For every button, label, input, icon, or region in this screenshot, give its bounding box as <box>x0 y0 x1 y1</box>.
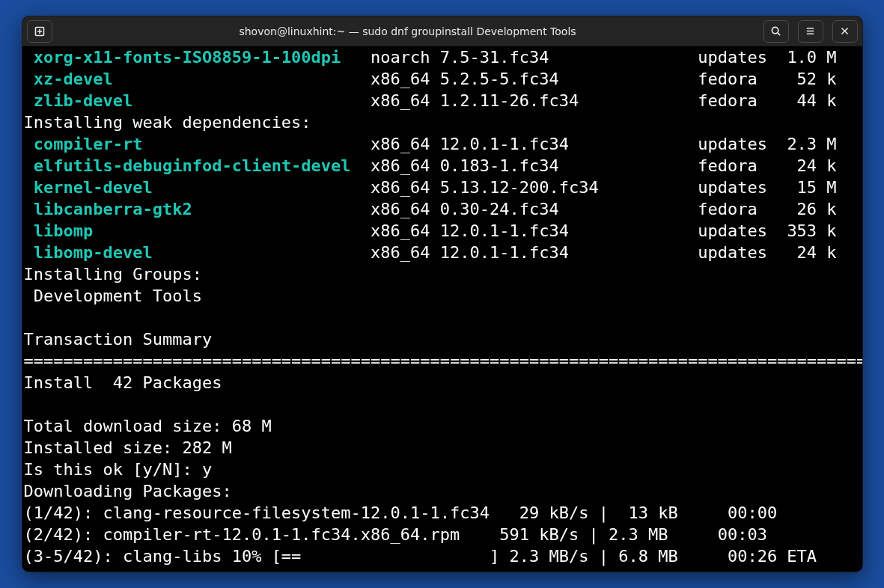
menu-button[interactable] <box>798 20 823 43</box>
download-progress-row: (3-5/42): clang-libs 10% [== ] 2.3 MB/s … <box>24 545 861 567</box>
section-header: Installing weak dependencies: <box>24 111 861 133</box>
confirm-prompt: Is this ok [y/N]: y <box>24 459 861 480</box>
installed-size: Installed size: 282 M <box>24 437 861 459</box>
package-row: compiler-rt x86_64 12.0.1-1.fc34 updates… <box>24 133 861 155</box>
window-title: shovon@linuxhint:~ — sudo dnf groupinsta… <box>57 25 759 37</box>
terminal-output[interactable]: xorg-x11-fonts-ISO8859-1-100dpi noarch 7… <box>22 46 862 572</box>
summary-header: Transaction Summary <box>24 328 861 350</box>
terminal-window: shovon@linuxhint:~ — sudo dnf groupinsta… <box>22 16 863 572</box>
package-row: libomp-devel x86_64 12.0.1-1.fc34 update… <box>24 242 861 263</box>
new-tab-button[interactable] <box>27 20 52 43</box>
package-row: libcanberra-gtk2 x86_64 0.30-24.fc34 fed… <box>24 198 861 220</box>
download-size: Total download size: 68 M <box>24 415 861 437</box>
section-header: Installing Groups: <box>24 263 861 285</box>
download-progress-row: (1/42): clang-resource-filesystem-12.0.1… <box>24 502 861 524</box>
svg-line-4 <box>778 33 780 35</box>
package-row: kernel-devel x86_64 5.13.12-200.fc34 upd… <box>24 177 861 198</box>
package-row: xorg-x11-fonts-ISO8859-1-100dpi noarch 7… <box>24 46 861 68</box>
svg-point-3 <box>772 27 778 33</box>
package-row: xz-devel x86_64 5.2.5-5.fc34 fedora 52 k <box>24 68 861 90</box>
package-row: libomp x86_64 12.0.1-1.fc34 updates 353 … <box>24 220 861 242</box>
install-count: Install 42 Packages <box>24 372 861 393</box>
download-progress-row: (2/42): compiler-rt-12.0.1-1.fc34.x86_64… <box>24 524 861 545</box>
close-button[interactable] <box>832 20 858 43</box>
search-button[interactable] <box>763 20 789 43</box>
titlebar: shovon@linuxhint:~ — sudo dnf groupinsta… <box>22 16 862 46</box>
group-name: Development Tools <box>24 285 861 307</box>
package-row: elfutils-debuginfod-client-devel x86_64 … <box>24 155 861 177</box>
divider: ========================================… <box>24 350 861 372</box>
package-row: zlib-devel x86_64 1.2.11-26.fc34 fedora … <box>24 90 861 111</box>
downloading-header: Downloading Packages: <box>24 480 861 502</box>
